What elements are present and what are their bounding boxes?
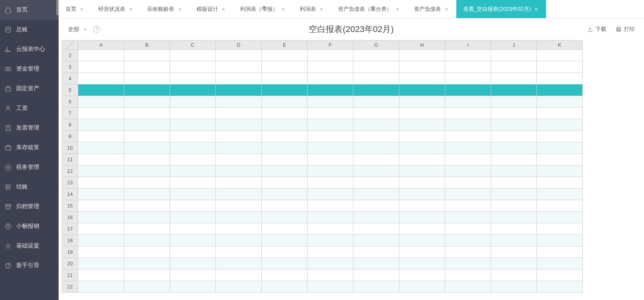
cell[interactable] [445, 108, 491, 119]
cell[interactable] [353, 73, 399, 84]
cell[interactable] [124, 96, 170, 108]
close-icon[interactable]: × [177, 5, 182, 13]
cell[interactable] [124, 50, 170, 61]
col-header[interactable]: B [124, 40, 170, 50]
row-header[interactable]: 8 [62, 119, 78, 131]
cell[interactable] [399, 108, 445, 119]
cell[interactable] [262, 246, 308, 258]
sidebar-item-close-book[interactable]: 结账 [0, 177, 59, 197]
cell[interactable] [78, 212, 124, 223]
cell[interactable] [78, 154, 124, 165]
cell[interactable] [262, 50, 308, 61]
cell[interactable] [262, 165, 308, 177]
cell[interactable] [308, 270, 353, 281]
cell[interactable] [170, 246, 216, 258]
cell[interactable] [308, 131, 353, 142]
row-header[interactable]: 5 [62, 84, 78, 96]
close-icon[interactable]: × [395, 5, 400, 13]
cell[interactable] [124, 131, 170, 142]
cell[interactable] [445, 119, 491, 131]
cell[interactable] [445, 189, 491, 200]
cell[interactable] [78, 50, 124, 61]
sidebar-item-archive[interactable]: 归档管理 [0, 197, 59, 216]
cell[interactable] [78, 165, 124, 177]
cell[interactable] [537, 235, 583, 246]
cell[interactable] [445, 200, 491, 212]
cell[interactable] [399, 73, 445, 84]
cell[interactable] [537, 189, 583, 200]
cell[interactable] [537, 61, 583, 73]
close-icon[interactable]: × [534, 5, 538, 13]
cell[interactable] [537, 270, 583, 281]
col-header[interactable]: A [78, 40, 124, 50]
cell[interactable] [216, 131, 262, 142]
download-button[interactable]: 下载 [587, 26, 606, 33]
cell[interactable] [124, 258, 170, 270]
close-icon[interactable]: × [444, 5, 449, 13]
cell[interactable] [537, 50, 583, 61]
col-header[interactable]: E [262, 40, 308, 50]
cell[interactable] [491, 189, 537, 200]
cell[interactable] [399, 235, 445, 246]
cell[interactable] [262, 96, 308, 108]
cell[interactable] [170, 189, 216, 200]
cell[interactable] [445, 142, 491, 154]
cell[interactable] [445, 235, 491, 246]
cell[interactable] [262, 73, 308, 84]
cell[interactable] [537, 108, 583, 119]
cell[interactable] [308, 154, 353, 165]
cell[interactable] [353, 165, 399, 177]
cell[interactable] [353, 154, 399, 165]
cell[interactable] [78, 270, 124, 281]
cell[interactable] [399, 61, 445, 73]
cell[interactable] [216, 50, 262, 61]
cell[interactable] [216, 281, 262, 293]
cell[interactable] [170, 212, 216, 223]
cell[interactable] [537, 84, 583, 96]
cell[interactable] [78, 200, 124, 212]
cell[interactable] [216, 258, 262, 270]
cell[interactable] [353, 177, 399, 189]
tab[interactable]: 资产负债表× [407, 0, 456, 18]
cell[interactable] [262, 131, 308, 142]
cell[interactable] [445, 73, 491, 84]
sidebar-scrollbar[interactable] [56, 0, 59, 15]
cell[interactable] [308, 189, 353, 200]
cell[interactable] [353, 131, 399, 142]
cell[interactable] [308, 235, 353, 246]
cell[interactable] [491, 177, 537, 189]
cell[interactable] [491, 142, 537, 154]
col-header[interactable]: H [399, 40, 445, 50]
row-header[interactable]: 17 [62, 223, 78, 235]
cell[interactable] [262, 61, 308, 73]
cell[interactable] [491, 73, 537, 84]
row-header[interactable]: 3 [62, 61, 78, 73]
cell[interactable] [445, 177, 491, 189]
cell[interactable] [353, 84, 399, 96]
cell[interactable] [78, 84, 124, 96]
spreadsheet-container[interactable]: ABCDEFGHIJK23456789101112131415161718192… [59, 40, 644, 300]
cell[interactable] [353, 142, 399, 154]
row-header[interactable]: 21 [62, 270, 78, 281]
cell[interactable] [170, 258, 216, 270]
cell[interactable] [124, 223, 170, 235]
cell[interactable] [216, 177, 262, 189]
cell[interactable] [262, 281, 308, 293]
cell[interactable] [308, 61, 353, 73]
cell[interactable] [262, 84, 308, 96]
cell[interactable] [445, 50, 491, 61]
cell[interactable] [537, 246, 583, 258]
cell[interactable] [353, 61, 399, 73]
cell[interactable] [445, 165, 491, 177]
cell[interactable] [537, 258, 583, 270]
cell[interactable] [170, 223, 216, 235]
cell[interactable] [170, 165, 216, 177]
cell[interactable] [124, 73, 170, 84]
tab[interactable]: 经营状况表× [91, 0, 140, 18]
cell[interactable] [399, 119, 445, 131]
cell[interactable] [262, 142, 308, 154]
cell[interactable] [491, 258, 537, 270]
cell[interactable] [78, 131, 124, 142]
cell[interactable] [262, 270, 308, 281]
row-header[interactable]: 19 [62, 246, 78, 258]
